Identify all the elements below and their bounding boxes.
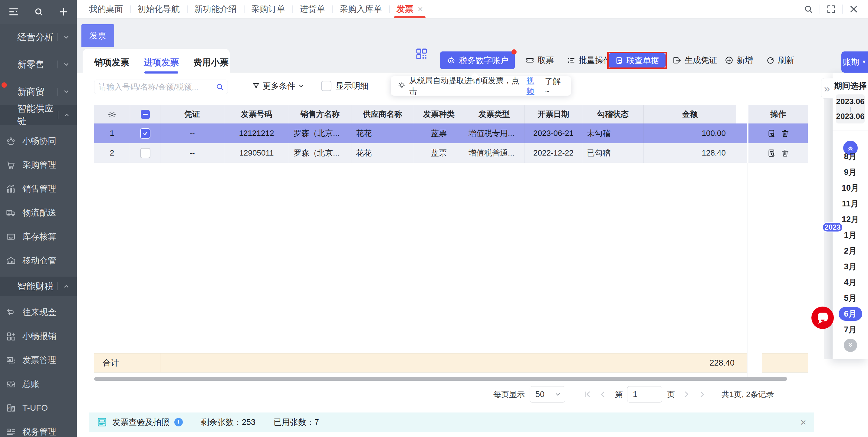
column-header[interactable]: 金额 bbox=[644, 105, 736, 123]
month-item[interactable]: 7月 bbox=[833, 322, 868, 337]
column-header[interactable]: 勾稽状态 bbox=[582, 105, 644, 123]
global-search-icon[interactable] bbox=[797, 4, 819, 14]
generate-voucher-button[interactable]: 生成凭证 bbox=[673, 53, 717, 68]
column-header[interactable]: 凭证 bbox=[160, 105, 224, 123]
workspace-tab[interactable]: 新功能介绍 × bbox=[187, 0, 244, 18]
row-delete-icon[interactable] bbox=[778, 129, 792, 138]
detail-checkbox[interactable] bbox=[321, 81, 332, 91]
column-settings[interactable] bbox=[94, 105, 130, 123]
column-header[interactable]: 供应商名称 bbox=[351, 105, 414, 123]
refresh-button[interactable]: 刷新 bbox=[766, 53, 794, 68]
sidebar-item[interactable]: 物流配送 bbox=[0, 201, 77, 224]
close-icon[interactable] bbox=[843, 4, 865, 14]
search-input[interactable] bbox=[94, 82, 216, 92]
month-item[interactable]: 8月 bbox=[833, 149, 868, 164]
month-item[interactable]: 9月 bbox=[833, 164, 868, 180]
workspace-tab[interactable]: 初始化导航 × bbox=[130, 0, 187, 18]
voucher-arrow-icon bbox=[673, 56, 682, 65]
sidebar-item[interactable]: 发票管理 bbox=[0, 348, 77, 372]
sidebar-section-smart-finance-tax[interactable]: 智能财税 bbox=[0, 277, 77, 296]
column-header[interactable]: 销售方名称 bbox=[289, 105, 351, 123]
sidebar-section-new-trade[interactable]: 新商贸 bbox=[0, 78, 77, 105]
workspace-tab[interactable]: 进货单 × bbox=[292, 0, 332, 18]
sidebar-item[interactable]: 小畅协同 bbox=[0, 129, 77, 153]
used-count: 已用张数：7 bbox=[274, 417, 319, 428]
period-button[interactable]: 账期▼ bbox=[841, 52, 868, 73]
last-page-icon[interactable] bbox=[699, 390, 707, 399]
next-page-icon[interactable] bbox=[682, 390, 691, 399]
table-row[interactable]: 1 -- 12121212 罗森（北京... 花花 蓝票 增值税专用... 20… bbox=[94, 123, 808, 143]
sidebar-item-label: 税务管理 bbox=[22, 426, 56, 437]
column-header[interactable]: 发票类型 bbox=[464, 105, 525, 123]
first-page-icon[interactable] bbox=[584, 390, 592, 399]
scroll-months-down-icon[interactable] bbox=[844, 339, 857, 352]
page-tab-invoice[interactable]: 发票 bbox=[82, 24, 114, 47]
truck-icon bbox=[5, 207, 17, 218]
assistant-float-button[interactable] bbox=[811, 307, 834, 329]
cell-date: 2023-06-21 bbox=[525, 123, 582, 143]
row-link-check-icon[interactable] bbox=[765, 149, 778, 158]
scan-qr-icon[interactable] bbox=[415, 48, 428, 60]
workspace-tab[interactable]: 采购入库单 × bbox=[332, 0, 389, 18]
row-checkbox[interactable] bbox=[140, 148, 150, 158]
column-header[interactable]: 开票日期 bbox=[525, 105, 582, 123]
horizontal-scrollbar[interactable] bbox=[94, 377, 787, 381]
row-delete-icon[interactable] bbox=[778, 149, 792, 158]
menu-collapse-icon[interactable] bbox=[8, 7, 19, 17]
more-conditions-button[interactable]: 更多条件 bbox=[252, 81, 305, 91]
month-item[interactable]: 3月 bbox=[833, 259, 868, 275]
search-icon[interactable] bbox=[34, 7, 43, 17]
row-link-check-icon[interactable] bbox=[765, 129, 778, 138]
tab-close-icon[interactable]: × bbox=[417, 4, 423, 13]
show-detail-toggle[interactable]: 显示明细 bbox=[321, 81, 368, 91]
column-header[interactable]: 发票种类 bbox=[414, 105, 464, 123]
sidebar-section-business-analysis[interactable]: 经营分析 bbox=[0, 24, 77, 51]
period-range[interactable]: 2023.06 | 2023.06 bbox=[836, 94, 865, 123]
sidebar-item[interactable]: UFO T-UFO bbox=[0, 396, 77, 420]
sidebar-item[interactable]: 总账 bbox=[0, 372, 77, 396]
month-item[interactable]: 5月 bbox=[833, 290, 868, 306]
add-icon[interactable] bbox=[59, 7, 68, 17]
workspace-tab[interactable]: 我的桌面 × bbox=[82, 0, 130, 18]
table-row[interactable]: 2 -- 12905011 罗森（北京... 花花 蓝票 增值税普通... 20… bbox=[94, 143, 808, 163]
link-check-button[interactable]: 联查单据 bbox=[609, 53, 665, 67]
month-list: 8月 9月 10月 11月 12月 1月 2月 3月 4月 5月 6月 bbox=[833, 149, 868, 337]
month-item[interactable]: 10月 bbox=[833, 180, 868, 196]
sidebar-item[interactable]: 移动仓管 bbox=[0, 248, 77, 272]
invoice-type-tab[interactable]: 进项发票 bbox=[144, 57, 179, 75]
month-item[interactable]: 2月 bbox=[833, 243, 868, 259]
workspace-tab-label: 采购订单 bbox=[251, 3, 285, 15]
invoice-type-tab[interactable]: 销项发票 bbox=[94, 57, 129, 75]
add-new-button[interactable]: 新增 bbox=[724, 53, 753, 68]
sidebar-item[interactable]: 往来现金 bbox=[0, 300, 77, 324]
month-item[interactable]: 6月 bbox=[833, 306, 868, 322]
month-item[interactable]: 11月 bbox=[833, 196, 868, 212]
invoice-type-tab[interactable]: 费用小票 bbox=[193, 57, 228, 75]
banner-close-icon[interactable]: × bbox=[800, 417, 806, 427]
per-page-select[interactable]: 50 bbox=[530, 386, 565, 403]
panel-collapse-icon[interactable]: » bbox=[821, 78, 833, 99]
prev-page-icon[interactable] bbox=[599, 390, 607, 399]
batch-operation-button[interactable]: 批量操作 bbox=[566, 53, 611, 68]
tax-digital-account-button[interactable]: 税务数字账户 bbox=[440, 52, 515, 69]
workspace-tab[interactable]: 采购订单 × bbox=[244, 0, 292, 18]
sidebar-item[interactable]: 采购管理 bbox=[0, 153, 77, 177]
fullscreen-icon[interactable] bbox=[820, 4, 842, 14]
column-header[interactable]: 发票号码 bbox=[224, 105, 289, 123]
sidebar-item[interactable]: 小畅报销 bbox=[0, 324, 77, 348]
month-item[interactable]: 4月 bbox=[833, 275, 868, 290]
sidebar-item[interactable]: 销售管理 bbox=[0, 177, 77, 201]
sidebar-item[interactable]: 库存核算 bbox=[0, 224, 77, 248]
workspace-tab[interactable]: 发票 × bbox=[389, 0, 430, 18]
info-icon[interactable]: ! bbox=[174, 418, 183, 427]
page-input[interactable] bbox=[627, 386, 662, 403]
sidebar-section-smart-supply-chain[interactable]: 智能供应链 bbox=[0, 105, 77, 125]
row-checkbox[interactable] bbox=[140, 128, 150, 138]
video-link[interactable]: 视频 bbox=[527, 75, 542, 97]
search-icon[interactable] bbox=[216, 83, 224, 91]
filter-funnel-icon bbox=[252, 82, 260, 90]
get-ticket-button[interactable]: 取票 bbox=[525, 53, 554, 68]
sidebar-item[interactable]: 税 税务管理 bbox=[0, 420, 77, 437]
sidebar-section-new-retail[interactable]: 新零售 bbox=[0, 51, 77, 78]
select-all-checkbox[interactable] bbox=[141, 110, 150, 119]
